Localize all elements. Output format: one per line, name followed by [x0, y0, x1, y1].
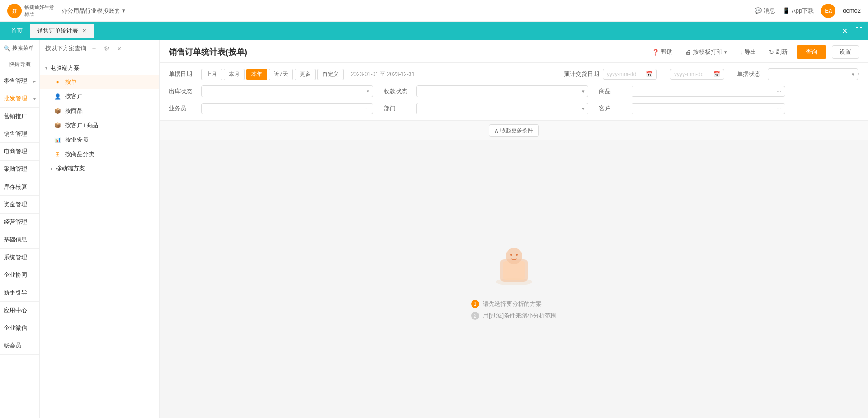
tree-item-by-cust-goods[interactable]: 📦 按客户+商品: [40, 118, 159, 133]
sidebar-item-marketing-label: 营销推广: [4, 112, 27, 120]
expected-date-start[interactable]: yyyy-mm-dd 📅: [603, 69, 657, 80]
sidebar-item-member[interactable]: 畅会员: [0, 337, 39, 355]
refresh-icon: ↻: [769, 49, 774, 56]
tree-item-by-goods[interactable]: 📦 按商品: [40, 104, 159, 118]
download-icon: 📱: [783, 7, 790, 14]
empty-tip-1: 1 请先选择要分析的方案: [471, 300, 557, 308]
goods-field[interactable]: ···: [632, 86, 785, 97]
logo-line1: 畅捷通好生意: [24, 4, 54, 10]
tip-num-1: 1: [471, 300, 479, 308]
tip-num-2: 2: [471, 312, 479, 320]
tab-expand-btn[interactable]: ⛶: [854, 25, 864, 36]
tab-close-icon[interactable]: ✕: [81, 28, 87, 34]
sidebar-item-corp-wechat-label: 企业微信: [4, 324, 27, 332]
logo-text: 畅捷通好生意 标版: [24, 4, 54, 17]
tab-bar: 首页 销售订单统计表 ✕ ✕ ⛶: [0, 22, 868, 40]
sidebar-item-purchase[interactable]: 采购管理: [0, 161, 39, 178]
collapse-btn[interactable]: ∧ 收起更多条件: [489, 124, 539, 137]
tree-group-pc[interactable]: ▾ 电脑端方案: [40, 61, 159, 75]
sidebar-item-basic[interactable]: 基础信息: [0, 231, 39, 249]
user-name[interactable]: demo2: [843, 7, 861, 14]
sidebar-item-corp-wechat[interactable]: 企业微信: [0, 319, 39, 337]
sidebar-item-ecommerce[interactable]: 电商管理: [0, 143, 39, 161]
company-selector[interactable]: 办公用品行业模拟账套 ▾: [58, 5, 129, 17]
svg-point-5: [506, 248, 522, 264]
customer-field[interactable]: ···: [632, 103, 785, 114]
doc-status-select[interactable]: [768, 68, 858, 80]
sidebar-item-marketing[interactable]: 营销推广: [0, 108, 39, 125]
calendar-start-icon: 📅: [646, 71, 653, 77]
svg-point-7: [516, 254, 518, 256]
add-scheme-btn[interactable]: ＋: [89, 43, 99, 53]
empty-illustration: [487, 239, 541, 294]
help-btn[interactable]: ❓ 帮助: [648, 46, 676, 58]
right-content: 销售订单统计表(按单) ❓ 帮助 🖨 按模板打印 ▾ ↓ 导出: [160, 40, 868, 418]
sidebar-item-corp-collab[interactable]: 企业协同: [0, 266, 39, 284]
sidebar-item-finance-label: 资金管理: [4, 200, 27, 209]
collapse-scheme-btn[interactable]: «: [114, 43, 124, 53]
empty-tip-1-text: 请先选择要分析的方案: [483, 300, 542, 308]
date-shortcut-7days[interactable]: 近7天: [269, 69, 293, 80]
sidebar-item-wholesale[interactable]: 批发管理 ▾: [0, 90, 39, 108]
tree-item-by-goods-label: 按商品: [65, 107, 83, 115]
svg-point-6: [510, 254, 512, 256]
tab-close-window-btn[interactable]: ✕: [839, 25, 850, 36]
query-button[interactable]: 查询: [797, 45, 826, 59]
sidebar-item-wholesale-label: 批发管理: [4, 95, 27, 103]
department-select[interactable]: [416, 103, 588, 114]
message-action[interactable]: 💬 消息: [755, 7, 775, 15]
user-avatar[interactable]: Ea: [821, 4, 835, 18]
sidebar-item-new-guide-label: 新手引导: [4, 289, 27, 297]
tree-item-by-salesperson[interactable]: 📊 按业务员: [40, 133, 159, 147]
filter-row-date: 单据日期 上月 本月 本年 近7天 更多 自定义 2023-01-01 至 20…: [169, 68, 859, 80]
settings-button[interactable]: 设置: [832, 45, 859, 59]
sidebar-quicknav[interactable]: 快捷导航: [0, 57, 39, 72]
date-shortcut-custom[interactable]: 自定义: [317, 69, 344, 80]
refresh-btn[interactable]: ↻ 刷新: [765, 46, 791, 58]
date-shortcut-lastmonth[interactable]: 上月: [201, 69, 222, 80]
sidebar-item-inventory-label: 库存核算: [4, 183, 27, 191]
chevron-down-icon: ▾: [122, 7, 125, 14]
chevron-down-icon: ▾: [33, 96, 36, 101]
date-start-placeholder: yyyy-mm-dd: [607, 71, 636, 77]
empty-tip-2: 2 用[过滤]条件来缩小分析范围: [471, 312, 557, 320]
date-shortcut-thisyear[interactable]: 本年: [246, 69, 267, 80]
sidebar-item-new-guide[interactable]: 新手引导: [0, 284, 39, 302]
gear-icon: ⚙: [104, 45, 110, 52]
settings-scheme-btn[interactable]: ⚙: [102, 43, 112, 53]
date-shortcut-more[interactable]: 更多: [295, 69, 316, 80]
sidebar-item-basic-label: 基础信息: [4, 236, 27, 244]
app-download-action[interactable]: 📱 App下载: [783, 7, 814, 15]
date-shortcut-thismonth[interactable]: 本月: [224, 69, 245, 80]
tree-item-by-order[interactable]: ● 按单: [40, 75, 159, 89]
print-btn[interactable]: 🖨 按模板打印 ▾: [682, 46, 731, 58]
payment-status-select[interactable]: [416, 86, 588, 97]
export-btn[interactable]: ↓ 导出: [736, 46, 760, 58]
tree-item-by-goods-category[interactable]: ⊞ 按商品分类: [40, 147, 159, 162]
goods-more-icon: ···: [777, 88, 781, 95]
tree-item-by-customer[interactable]: 👤 按客户: [40, 89, 159, 104]
sidebar-item-retail[interactable]: 零售管理 ▸: [0, 72, 39, 90]
payment-status-wrap: [416, 86, 588, 97]
bar-chart-icon: 📊: [53, 136, 61, 144]
sidebar-item-sales-mgmt[interactable]: 销售管理: [0, 125, 39, 143]
sidebar-item-retail-label: 零售管理: [4, 77, 27, 85]
tree-group-mobile[interactable]: ▸ 移动端方案: [40, 162, 159, 175]
tab-home[interactable]: 首页: [4, 24, 30, 38]
sidebar-item-app-center[interactable]: 应用中心: [0, 302, 39, 319]
payment-status-label: 收款状态: [384, 87, 411, 95]
sidebar-item-finance[interactable]: 资金管理: [0, 196, 39, 214]
shipment-status-select[interactable]: [201, 86, 373, 97]
salesperson-field[interactable]: ···: [201, 103, 373, 114]
plus-icon: ＋: [91, 44, 97, 52]
sidebar-search[interactable]: 🔍 搜索菜单: [0, 40, 39, 57]
sidebar-item-operation[interactable]: 经营管理: [0, 214, 39, 231]
app-download-label: App下载: [792, 7, 814, 15]
sidebar-item-inventory[interactable]: 库存核算: [0, 178, 39, 196]
shipment-status-wrap: [201, 86, 373, 97]
shipment-status-label: 出库状态: [169, 87, 196, 95]
tab-sales-stat[interactable]: 销售订单统计表 ✕: [30, 24, 94, 38]
sidebar-item-system[interactable]: 系统管理: [0, 249, 39, 266]
department-wrap: [416, 103, 588, 114]
expected-date-end[interactable]: yyyy-mm-dd 📅: [670, 69, 724, 80]
